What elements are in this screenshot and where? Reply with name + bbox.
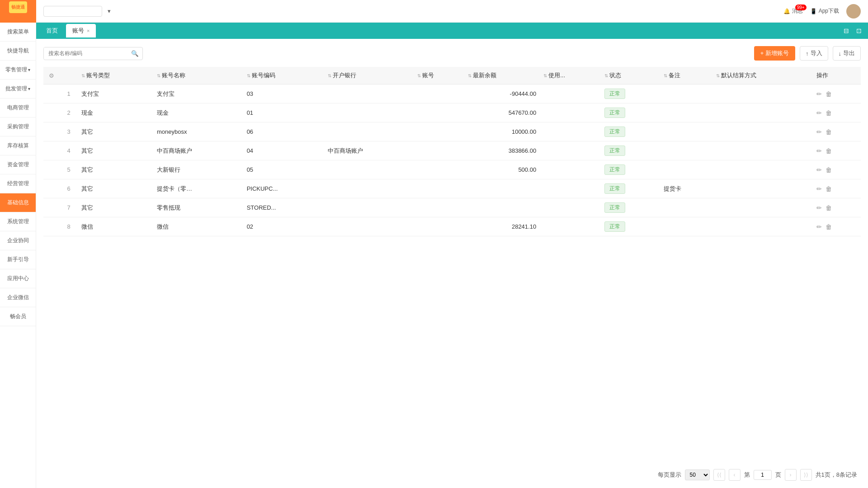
row-gear-cell xyxy=(43,141,60,160)
delete-icon[interactable]: 🗑 xyxy=(826,166,832,174)
delete-icon[interactable]: 🗑 xyxy=(826,109,832,117)
prev-page-button[interactable]: ‹ xyxy=(729,469,741,481)
edit-icon[interactable]: ✏ xyxy=(816,185,822,192)
logo-icon-text: 畅捷通 xyxy=(11,4,25,10)
sort-icon[interactable]: ⇅ xyxy=(604,73,608,78)
sidebar-item-system-mgmt[interactable]: 系统管理 xyxy=(0,212,36,231)
tab-account[interactable]: 账号 × xyxy=(66,24,96,38)
sidebar-item-basic-info[interactable]: 基础信息 xyxy=(0,193,36,212)
delete-icon[interactable]: 🗑 xyxy=(826,147,832,155)
per-page-select[interactable]: 50 100 200 xyxy=(685,469,710,480)
row-latest-balance: 547670.00 xyxy=(464,103,540,122)
sort-icon[interactable]: ⇅ xyxy=(664,73,667,78)
row-gear-cell xyxy=(43,160,60,179)
delete-icon[interactable]: 🗑 xyxy=(826,128,832,136)
delete-icon[interactable]: 🗑 xyxy=(826,223,832,230)
edit-icon[interactable]: ✏ xyxy=(816,147,822,155)
notification-button[interactable]: 🔔 消息 99+ xyxy=(783,7,803,15)
search-button[interactable]: 🔍 xyxy=(127,47,142,60)
sidebar-item-search-menu[interactable]: 搜索菜单 xyxy=(0,23,36,42)
row-account-type: 现金 xyxy=(78,103,153,122)
table-row: 2 现金 现金 01 547670.00 正常 ✏ 🗑 xyxy=(43,103,861,122)
edit-icon[interactable]: ✏ xyxy=(816,128,822,136)
sidebar-item-quick-nav[interactable]: 快捷导航 xyxy=(0,42,36,61)
next-page-button[interactable]: › xyxy=(785,469,797,481)
export-label: 导出 xyxy=(843,49,855,57)
topbar-dropdown[interactable]: ▾ xyxy=(108,8,111,14)
sidebar-item-purchase-mgmt[interactable]: 采购管理 xyxy=(0,117,36,136)
row-remark xyxy=(660,198,712,217)
tab-maximize-button[interactable]: ⊡ xyxy=(854,25,864,36)
delete-icon[interactable]: 🗑 xyxy=(826,90,832,98)
sidebar-item-retail-mgmt[interactable]: 零售管理 ▾ xyxy=(0,61,36,80)
row-actions: ✏ 🗑 xyxy=(813,84,861,103)
sort-icon[interactable]: ⇅ xyxy=(543,73,547,78)
search-icon: 🔍 xyxy=(131,50,139,57)
main-content: 🔍 + 新增账号 ↑ 导入 ↓ 导出 xyxy=(36,39,868,488)
export-button[interactable]: ↓ 导出 xyxy=(833,46,861,61)
add-account-button[interactable]: + 新增账号 xyxy=(754,46,795,61)
tab-close-icon[interactable]: × xyxy=(87,28,90,33)
import-button[interactable]: ↑ 导入 xyxy=(800,46,828,61)
table-row: 3 其它 moneybosx 06 10000.00 正常 ✏ 🗑 xyxy=(43,122,861,141)
row-gear-cell xyxy=(43,198,60,217)
edit-icon[interactable]: ✏ xyxy=(816,204,822,211)
sort-icon[interactable]: ⇅ xyxy=(328,73,331,78)
export-icon: ↓ xyxy=(839,50,842,57)
row-account-code: 02 xyxy=(243,217,324,236)
first-page-button[interactable]: ⟨⟨ xyxy=(713,469,725,481)
row-status: 正常 xyxy=(601,103,660,122)
edit-icon[interactable]: ✏ xyxy=(816,109,822,117)
topbar: ▾ 🔔 消息 99+ 📱 App下载 xyxy=(36,0,868,23)
last-page-button[interactable]: ⟩⟩ xyxy=(800,469,812,481)
row-gear-cell xyxy=(43,103,60,122)
sidebar-item-member[interactable]: 畅会员 xyxy=(0,307,36,326)
row-default-settlement xyxy=(712,198,813,217)
sort-icon[interactable]: ⇅ xyxy=(468,73,472,78)
edit-icon[interactable]: ✏ xyxy=(816,166,822,174)
row-account-type: 支付宝 xyxy=(78,84,153,103)
sort-icon[interactable]: ⇅ xyxy=(247,73,250,78)
edit-icon[interactable]: ✏ xyxy=(816,90,822,98)
sidebar-item-wholesale-mgmt[interactable]: 批发管理 ▾ xyxy=(0,80,36,99)
delete-icon[interactable]: 🗑 xyxy=(826,185,832,192)
total-label: 共1页，8条记录 xyxy=(816,471,857,479)
column-settings-icon[interactable]: ⚙ xyxy=(49,72,54,79)
row-latest-balance xyxy=(464,198,540,217)
tab-account-label: 账号 xyxy=(72,27,84,35)
th-opening-bank: ⇅ 开户银行 xyxy=(324,67,414,84)
status-badge: 正常 xyxy=(604,89,625,99)
row-gear-cell xyxy=(43,122,60,141)
user-avatar[interactable] xyxy=(846,4,861,19)
sidebar-item-app-center[interactable]: 应用中心 xyxy=(0,269,36,288)
sidebar-item-ecommerce-mgmt[interactable]: 电商管理 xyxy=(0,99,36,117)
sidebar-item-new-guide[interactable]: 新手引导 xyxy=(0,250,36,269)
sort-icon[interactable]: ⇅ xyxy=(417,73,421,78)
row-account-name: 现金 xyxy=(153,103,243,122)
sort-icon[interactable]: ⇅ xyxy=(81,73,85,78)
sidebar-item-enterprise-agreement[interactable]: 企业协同 xyxy=(0,231,36,250)
row-status: 正常 xyxy=(601,122,660,141)
app-download-button[interactable]: 📱 App下载 xyxy=(810,7,839,15)
sort-icon[interactable]: ⇅ xyxy=(716,73,720,78)
edit-icon[interactable]: ✏ xyxy=(816,223,822,230)
row-account-name: 微信 xyxy=(153,217,243,236)
row-account-type: 其它 xyxy=(78,160,153,179)
topbar-search-input[interactable] xyxy=(43,6,102,17)
sort-icon[interactable]: ⇅ xyxy=(157,73,160,78)
delete-icon[interactable]: 🗑 xyxy=(826,204,832,211)
tab-home[interactable]: 首页 xyxy=(40,24,64,38)
page-number-input[interactable]: 1 xyxy=(754,470,772,480)
th-default-settlement: ⇅ 默认结算方式 xyxy=(712,67,813,84)
row-remark xyxy=(660,141,712,160)
row-opening-bank xyxy=(324,84,414,103)
sidebar-item-finance-mgmt[interactable]: 资金管理 xyxy=(0,155,36,174)
sidebar-item-inventory[interactable]: 库存核算 xyxy=(0,136,36,155)
import-icon: ↑ xyxy=(806,50,809,57)
sidebar-item-operations-mgmt[interactable]: 经营管理 xyxy=(0,174,36,193)
sidebar-item-enterprise-wechat[interactable]: 企业微信 xyxy=(0,288,36,307)
search-input[interactable] xyxy=(44,47,127,59)
tab-minimize-button[interactable]: ⊟ xyxy=(841,25,852,36)
row-account-type: 其它 xyxy=(78,198,153,217)
row-account-name: 大新银行 xyxy=(153,160,243,179)
